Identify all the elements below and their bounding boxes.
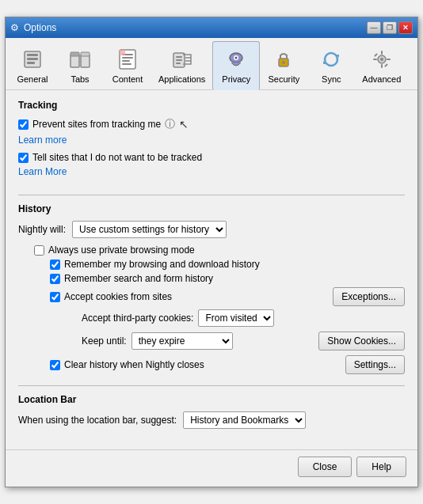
applications-label: Applications (158, 74, 205, 84)
sync-icon (318, 47, 344, 72)
content-area: Tracking Prevent sites from tracking me … (6, 90, 417, 449)
svg-rect-6 (70, 52, 79, 56)
svg-rect-30 (387, 59, 391, 60)
restore-button[interactable]: ❐ (383, 21, 397, 34)
suggest-label: When using the location bar, suggest: (18, 415, 177, 426)
clear-history-left: Clear history when Nightly closes (50, 359, 204, 370)
third-party-select[interactable]: From visited Always Never (198, 309, 274, 327)
footer: Close Help (6, 449, 417, 487)
accept-cookies-label: Accept cookies from sites (64, 291, 172, 302)
tracking-section-label: Tracking (18, 100, 405, 111)
prevent-tracking-row: Prevent sites from tracking me ⓘ ↖ (18, 117, 405, 131)
tabs-icon (67, 47, 93, 72)
toolbar-item-applications[interactable]: Applications (151, 41, 212, 89)
svg-rect-28 (381, 64, 383, 68)
window-icon: ⚙ (10, 22, 19, 33)
toolbar-item-tabs[interactable]: Tabs (56, 41, 104, 89)
svg-point-26 (380, 58, 383, 61)
svg-rect-13 (120, 50, 125, 55)
options-window: ⚙ Options — ❐ ✕ General (5, 17, 418, 487)
svg-rect-3 (27, 62, 35, 64)
svg-rect-11 (122, 60, 130, 62)
history-sub-options: Remember my browsing and download histor… (34, 259, 405, 374)
svg-point-20 (235, 57, 238, 59)
title-bar: ⚙ Options — ❐ ✕ (6, 17, 417, 38)
svg-rect-12 (122, 63, 131, 65)
toolbar-item-content[interactable]: Content (104, 41, 151, 89)
toolbar-item-security[interactable]: Security (260, 41, 307, 89)
svg-rect-16 (176, 59, 182, 61)
remember-browsing-label: Remember my browsing and download histor… (64, 259, 260, 270)
applications-icon (170, 47, 195, 72)
accept-cookies-left: Accept cookies from sites (50, 291, 172, 302)
always-private-label: Always use private browsing mode (48, 244, 195, 256)
title-buttons: — ❐ ✕ (367, 21, 413, 34)
remember-browsing-checkbox[interactable] (50, 260, 60, 270)
svg-rect-2 (27, 58, 38, 60)
svg-rect-7 (81, 52, 90, 56)
sync-label: Sync (322, 74, 341, 84)
show-cookies-button[interactable]: Show Cookies... (318, 332, 405, 351)
exceptions-button[interactable]: Exceptions... (333, 287, 405, 306)
third-party-row: Accept third-party cookies: From visited… (50, 309, 405, 327)
close-window-button[interactable]: ✕ (398, 21, 413, 34)
svg-rect-31 (374, 53, 378, 57)
info-icon: ⓘ (165, 117, 175, 131)
divider-1 (18, 195, 405, 195)
accept-cookies-checkbox[interactable] (50, 292, 60, 302)
keep-until-select[interactable]: they expire I close Firefox ask me every… (131, 332, 233, 350)
svg-rect-1 (27, 54, 38, 56)
prevent-tracking-checkbox[interactable] (18, 119, 29, 130)
minimize-button[interactable]: — (367, 21, 381, 34)
suggest-row: When using the location bar, suggest: Hi… (18, 411, 405, 429)
remember-browsing-row: Remember my browsing and download histor… (50, 259, 405, 270)
toolbar-item-privacy[interactable]: Privacy (212, 41, 260, 90)
tabs-label: Tabs (70, 74, 89, 84)
history-select[interactable]: Use custom settings for history Remember… (72, 221, 227, 238)
close-button[interactable]: Close (298, 457, 352, 477)
divider-2 (18, 385, 405, 386)
suggest-select[interactable]: History and Bookmarks History Bookmarks … (183, 411, 306, 429)
svg-rect-10 (122, 57, 133, 59)
learn-more-1-link[interactable]: Learn more (18, 135, 67, 146)
privacy-label: Privacy (222, 74, 250, 84)
keep-until-label: Keep until: (82, 335, 127, 347)
accept-cookies-row: Accept cookies from sites Exceptions... (50, 287, 405, 306)
remember-search-label: Remember search and form history (64, 273, 213, 284)
security-icon (271, 47, 296, 72)
advanced-icon (369, 47, 394, 72)
toolbar-item-sync[interactable]: Sync (307, 41, 355, 89)
svg-rect-17 (176, 63, 181, 64)
keep-until-row: Keep until: they expire I close Firefox … (50, 332, 405, 351)
tell-sites-checkbox[interactable] (18, 153, 29, 163)
svg-rect-15 (176, 56, 182, 58)
remember-search-checkbox[interactable] (50, 274, 60, 284)
always-private-checkbox[interactable] (34, 245, 44, 256)
history-section: History Nightly will: Use custom setting… (18, 203, 405, 374)
content-icon (115, 47, 140, 72)
history-section-label: History (18, 203, 405, 214)
general-label: General (17, 74, 48, 84)
cursor: ↖ (179, 118, 189, 131)
remember-search-row: Remember search and form history (50, 273, 405, 284)
clear-history-checkbox[interactable] (50, 360, 60, 370)
help-button[interactable]: Help (356, 457, 406, 477)
window-title: Options (24, 22, 56, 33)
svg-rect-32 (384, 63, 388, 67)
settings-button[interactable]: Settings... (345, 355, 405, 374)
svg-point-22 (282, 61, 285, 64)
tracking-section: Tracking Prevent sites from tracking me … (18, 100, 405, 184)
prevent-tracking-label: Prevent sites from tracking me (32, 119, 161, 130)
tell-sites-row: Tell sites that I do not want to be trac… (18, 152, 405, 163)
title-bar-left: ⚙ Options (10, 22, 56, 33)
learn-more-2-link[interactable]: Learn More (18, 166, 67, 177)
always-private-row: Always use private browsing mode (34, 244, 405, 256)
svg-rect-27 (381, 51, 383, 55)
tell-sites-label: Tell sites that I do not want to be trac… (32, 152, 202, 163)
security-label: Security (268, 74, 299, 84)
general-icon (20, 47, 45, 72)
location-bar-label: Location Bar (18, 394, 405, 405)
clear-history-label: Clear history when Nightly closes (64, 359, 204, 370)
toolbar-item-advanced[interactable]: Advanced (355, 41, 408, 89)
toolbar-item-general[interactable]: General (9, 41, 56, 89)
